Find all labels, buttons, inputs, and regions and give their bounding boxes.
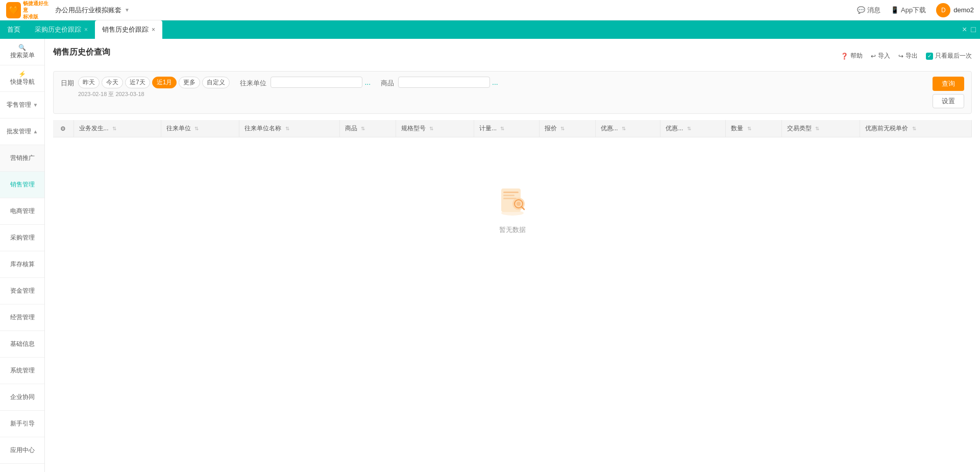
tab-sales-history[interactable]: 销售历史价跟踪 × xyxy=(95,20,162,39)
sidebar-item-shortcuts[interactable]: ⚡ 快捷导航 xyxy=(0,65,44,92)
sidebar-item-search[interactable]: 🔍 搜索菜单 xyxy=(0,39,44,65)
sidebar-item-enterprise[interactable]: 企业协同 xyxy=(0,384,44,411)
sidebar-item-ecommerce[interactable]: 电商管理 xyxy=(0,198,44,225)
search-icon: 🔍 xyxy=(18,44,26,51)
query-button[interactable]: 查询 xyxy=(933,77,964,91)
table-col-unit[interactable]: 计量... ⇅ xyxy=(474,120,540,137)
sidebar-item-system[interactable]: 系统管理 xyxy=(0,358,44,384)
tab-bar-actions: × □ xyxy=(962,25,980,34)
date-custom-button[interactable]: 自定义 xyxy=(202,77,230,88)
table-col-partner-name[interactable]: 往来单位名称 ⇅ xyxy=(239,120,340,137)
sort-icon: ⇅ xyxy=(912,126,916,131)
partner-filter-label: 往来单位 xyxy=(240,77,266,88)
sidebar-item-inventory[interactable]: 库存核算 xyxy=(0,251,44,278)
filter-row: 日期 昨天 今天 近7天 近1月 更多 自定义 2023-02-18 至 202… xyxy=(53,71,972,114)
shortcuts-icon: ⚡ xyxy=(18,70,26,78)
table-col-quantity[interactable]: 数量 ⇅ xyxy=(726,120,782,137)
minimize-tab-button[interactable]: × xyxy=(962,25,967,34)
only-last-checkbox[interactable]: ✓ 只看最后一次 xyxy=(926,52,972,60)
user-area[interactable]: D demo2 xyxy=(936,3,974,17)
sidebar-item-label: 系统管理 xyxy=(10,366,35,375)
close-icon[interactable]: × xyxy=(84,26,88,33)
sidebar-item-label: 采购管理 xyxy=(10,233,35,242)
date-filter-label: 日期 xyxy=(61,77,74,88)
tab-home[interactable]: 首页 xyxy=(0,20,28,39)
table-col-discount1[interactable]: 优惠... ⇅ xyxy=(595,120,660,137)
avatar: D xyxy=(936,3,950,17)
sidebar-item-sales-mgmt[interactable]: 销售管理 xyxy=(0,172,44,198)
date-more-button[interactable]: 更多 xyxy=(179,77,200,88)
app-logo-icon: 🧡 xyxy=(6,2,21,18)
partner-dots-button[interactable]: ... xyxy=(364,78,371,86)
sidebar-item-operations[interactable]: 经营管理 xyxy=(0,304,44,331)
help-icon: ❓ xyxy=(841,53,848,60)
logo-text: 畅捷通好生意 标准版 xyxy=(23,0,51,20)
export-icon: ↪ xyxy=(898,53,903,60)
sidebar-item-guide[interactable]: 新手引导 xyxy=(0,411,44,437)
maximize-tab-button[interactable]: □ xyxy=(971,25,976,34)
svg-rect-2 xyxy=(503,192,519,193)
sidebar-item-label: 资金管理 xyxy=(10,287,35,295)
table-settings-col[interactable]: ⚙ xyxy=(53,120,74,137)
sort-icon: ⇅ xyxy=(112,126,116,131)
import-button[interactable]: ↩ 导入 xyxy=(871,52,890,60)
sidebar-item-purchase[interactable]: 采购管理 xyxy=(0,225,44,251)
sidebar-item-app-center[interactable]: 应用中心 xyxy=(0,437,44,464)
date-last1month-button[interactable]: 近1月 xyxy=(152,77,177,88)
content-area: 销售历史价查询 ❓ 帮助 ↩ 导入 ↪ 导出 ✓ 只看最后一次 xyxy=(45,39,980,472)
settings-button[interactable]: 设置 xyxy=(933,94,964,108)
app-selector-label: 办公用品行业模拟账套 xyxy=(55,6,121,15)
sort-icon: ⇅ xyxy=(622,126,626,131)
table-col-spec[interactable]: 规格型号 ⇅ xyxy=(396,120,474,137)
sidebar-item-wechat[interactable]: 企业微信 xyxy=(0,464,44,472)
sidebar-item-row: 零售管理 ▼ xyxy=(7,101,38,109)
sidebar-item-wholesale[interactable]: 批发管理 ▲ xyxy=(0,119,44,145)
table-col-partner-code[interactable]: 往来单位 ⇅ xyxy=(161,120,239,137)
sidebar-item-marketing[interactable]: 营销推广 xyxy=(0,145,44,172)
sidebar-item-retail[interactable]: 零售管理 ▼ xyxy=(0,92,44,119)
empty-text: 暂无数据 xyxy=(499,225,526,234)
table-col-pretax-price[interactable]: 优惠前无税单价 ⇅ xyxy=(860,120,972,137)
sort-icon: ⇅ xyxy=(361,126,365,131)
close-icon[interactable]: × xyxy=(152,26,155,33)
message-button[interactable]: 💬 消息 xyxy=(857,6,880,15)
date-range-text: 2023-02-18 至 2023-03-18 xyxy=(78,90,230,98)
tab-purchase-history[interactable]: 采购历史价跟踪 × xyxy=(28,20,95,39)
checkbox-checked-icon: ✓ xyxy=(926,53,933,60)
download-icon: 📱 xyxy=(891,6,899,14)
sidebar-item-label: 批发管理 xyxy=(7,127,31,136)
sort-icon: ⇅ xyxy=(194,126,199,131)
tab-bar: 首页 采购历史价跟踪 × 销售历史价跟踪 × × □ xyxy=(0,20,980,39)
sidebar-item-label: 企业协同 xyxy=(10,393,35,402)
sort-icon: ⇅ xyxy=(747,126,751,131)
import-icon: ↩ xyxy=(871,53,876,60)
sort-icon: ⇅ xyxy=(560,126,565,131)
chevron-down-icon: ▼ xyxy=(125,7,130,13)
date-yesterday-button[interactable]: 昨天 xyxy=(78,77,100,88)
sort-icon: ⇅ xyxy=(429,126,433,131)
table-col-discount2[interactable]: 优惠... ⇅ xyxy=(660,120,726,137)
export-button[interactable]: ↪ 导出 xyxy=(898,52,918,60)
date-last7-button[interactable]: 近7天 xyxy=(125,77,150,88)
product-input[interactable] xyxy=(398,77,490,88)
product-filter-group: 商品 ... xyxy=(381,77,498,88)
sidebar-item-label: 库存核算 xyxy=(10,260,35,269)
table-col-product[interactable]: 商品 ⇅ xyxy=(340,120,396,137)
sidebar-item-label: 基础信息 xyxy=(10,340,35,348)
app-selector[interactable]: 办公用品行业模拟账套 ▼ xyxy=(51,4,857,17)
product-dots-button[interactable]: ... xyxy=(492,78,498,86)
table-header-row: ⚙ 业务发生... ⇅ 往来单位 ⇅ 往来单位名称 ⇅ xyxy=(53,120,972,137)
partner-input[interactable] xyxy=(271,77,362,88)
sidebar-item-basic-info[interactable]: 基础信息 xyxy=(0,331,44,358)
app-download-button[interactable]: 📱 App下载 xyxy=(891,6,926,15)
table-col-biz-date[interactable]: 业务发生... ⇅ xyxy=(74,120,161,137)
sidebar-item-label: 经营管理 xyxy=(10,313,35,322)
table-col-trade-type[interactable]: 交易类型 ⇅ xyxy=(781,120,860,137)
empty-state: 暂无数据 xyxy=(53,137,972,275)
help-button[interactable]: ❓ 帮助 xyxy=(841,52,863,60)
sidebar-item-label: 搜索菜单 xyxy=(10,51,35,60)
sidebar-item-finance[interactable]: 资金管理 xyxy=(0,278,44,304)
table-col-quote[interactable]: 报价 ⇅ xyxy=(539,120,595,137)
product-input-area: ... xyxy=(398,77,498,88)
date-today-button[interactable]: 今天 xyxy=(102,77,123,88)
